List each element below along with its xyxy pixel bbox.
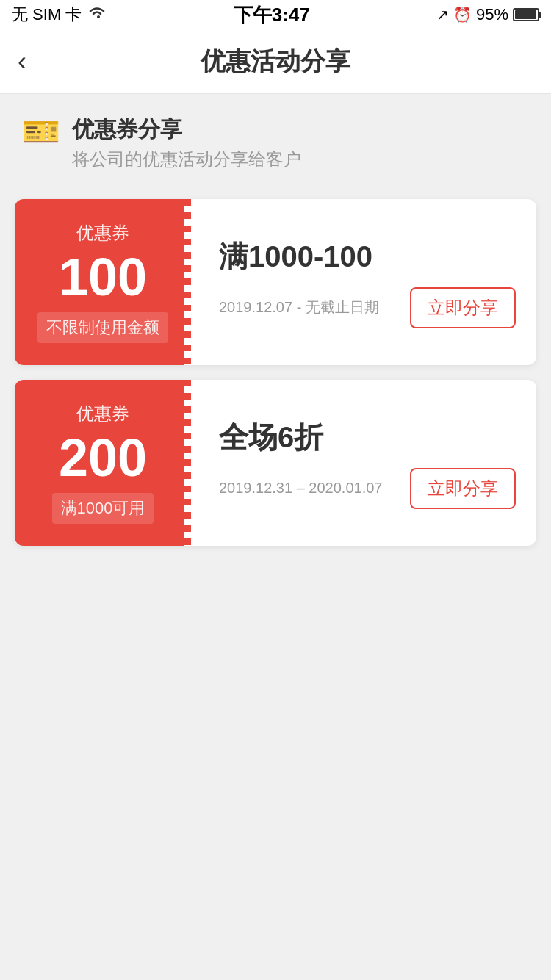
status-right: ↗ ⏰ 95% xyxy=(436,5,539,24)
coupon-amount-1: 200 xyxy=(59,431,147,484)
carrier-label: 无 SIM 卡 xyxy=(12,4,82,26)
coupon-label-0: 优惠券 xyxy=(76,221,129,245)
coupon-left-1: 优惠券 200 满1000可用 xyxy=(15,380,191,546)
location-icon: ↗ xyxy=(436,6,449,24)
coupon-condition-0: 不限制使用金额 xyxy=(37,312,168,343)
share-button-1[interactable]: 立即分享 xyxy=(410,468,516,509)
wifi-icon xyxy=(87,5,107,24)
coupon-condition-1: 满1000可用 xyxy=(52,493,154,524)
battery-percent: 95% xyxy=(476,5,508,24)
coupon-label-1: 优惠券 xyxy=(76,402,129,425)
coupon-left-0: 优惠券 100 不限制使用金额 xyxy=(15,199,191,365)
coupon-card: 优惠券 200 满1000可用 全场6折 2019.12.31 – 2020.0… xyxy=(15,380,536,546)
coupon-meta-1: 2019.12.31 – 2020.01.07 立即分享 xyxy=(219,468,516,509)
coupon-name-0: 满1000-100 xyxy=(219,237,516,277)
back-button[interactable]: ‹ xyxy=(18,46,26,77)
coupon-meta-0: 2019.12.07 - 无截止日期 立即分享 xyxy=(219,287,516,328)
coupon-list: 优惠券 100 不限制使用金额 满1000-100 2019.12.07 - 无… xyxy=(0,184,551,568)
status-left: 无 SIM 卡 xyxy=(12,4,107,26)
section-icon: 🎫 xyxy=(22,116,60,147)
coupon-amount-0: 100 xyxy=(59,251,147,303)
alarm-icon: ⏰ xyxy=(453,6,472,24)
coupon-date-1: 2019.12.31 – 2020.01.07 xyxy=(219,480,403,497)
share-button-0[interactable]: 立即分享 xyxy=(410,287,516,328)
coupon-date-0: 2019.12.07 - 无截止日期 xyxy=(219,298,403,317)
section-subtitle: 将公司的优惠活动分享给客户 xyxy=(72,148,301,171)
coupon-card: 优惠券 100 不限制使用金额 满1000-100 2019.12.07 - 无… xyxy=(15,199,536,365)
page-title: 优惠活动分享 xyxy=(201,45,350,79)
battery-icon xyxy=(513,8,539,21)
nav-bar: ‹ 优惠活动分享 xyxy=(0,29,551,94)
status-bar: 无 SIM 卡 下午3:47 ↗ ⏰ 95% xyxy=(0,0,551,29)
page-rest xyxy=(0,568,551,935)
status-time: 下午3:47 xyxy=(234,2,310,28)
section-header: 🎫 优惠券分享 将公司的优惠活动分享给客户 xyxy=(0,94,551,184)
coupon-name-1: 全场6折 xyxy=(219,417,516,458)
coupon-right-0: 满1000-100 2019.12.07 - 无截止日期 立即分享 xyxy=(198,199,536,365)
coupon-right-1: 全场6折 2019.12.31 – 2020.01.07 立即分享 xyxy=(198,380,536,546)
section-title: 优惠券分享 xyxy=(72,115,301,145)
section-text-block: 优惠券分享 将公司的优惠活动分享给客户 xyxy=(72,115,301,171)
